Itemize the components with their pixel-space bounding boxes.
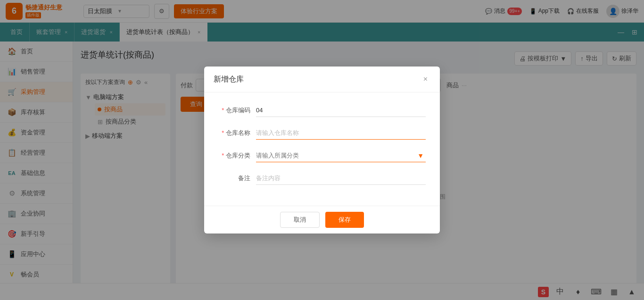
warehouse-code-label: 仓库编码 — [218, 106, 256, 115]
modal-body: 仓库编码 仓库名称 仓库分类 ▼ 备注 — [204, 92, 440, 206]
warehouse-category-wrapper: ▼ — [256, 149, 426, 162]
warehouse-name-input[interactable] — [256, 126, 426, 140]
warehouse-note-label: 备注 — [218, 174, 256, 183]
warehouse-name-label: 仓库名称 — [218, 129, 256, 137]
modal-overlay: 新增仓库 × 仓库编码 仓库名称 仓库分类 ▼ 备注 — [0, 0, 644, 300]
modal-title: 新增仓库 — [214, 75, 244, 84]
warehouse-code-row: 仓库编码 — [218, 104, 426, 117]
cancel-button[interactable]: 取消 — [280, 212, 320, 228]
modal-footer: 取消 保存 — [204, 206, 440, 233]
warehouse-note-row: 备注 — [218, 172, 426, 185]
warehouse-note-input[interactable] — [256, 172, 426, 185]
warehouse-category-label: 仓库分类 — [218, 151, 256, 160]
warehouse-name-row: 仓库名称 — [218, 126, 426, 140]
modal-close-button[interactable]: × — [421, 74, 430, 84]
warehouse-category-input[interactable] — [256, 149, 426, 162]
warehouse-category-row: 仓库分类 ▼ — [218, 149, 426, 162]
add-warehouse-modal: 新增仓库 × 仓库编码 仓库名称 仓库分类 ▼ 备注 — [204, 67, 440, 233]
save-button[interactable]: 保存 — [325, 212, 364, 228]
warehouse-code-input[interactable] — [256, 104, 426, 117]
modal-header: 新增仓库 × — [204, 67, 440, 92]
